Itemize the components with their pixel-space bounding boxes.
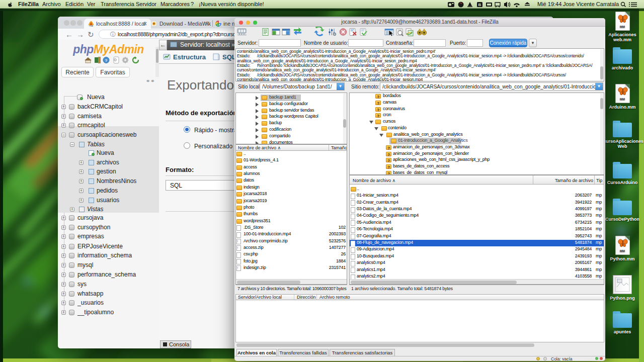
svg-text:PMA: PMA — [89, 25, 93, 27]
svg-text:?: ? — [105, 58, 108, 63]
svg-text:B: B — [478, 3, 481, 7]
